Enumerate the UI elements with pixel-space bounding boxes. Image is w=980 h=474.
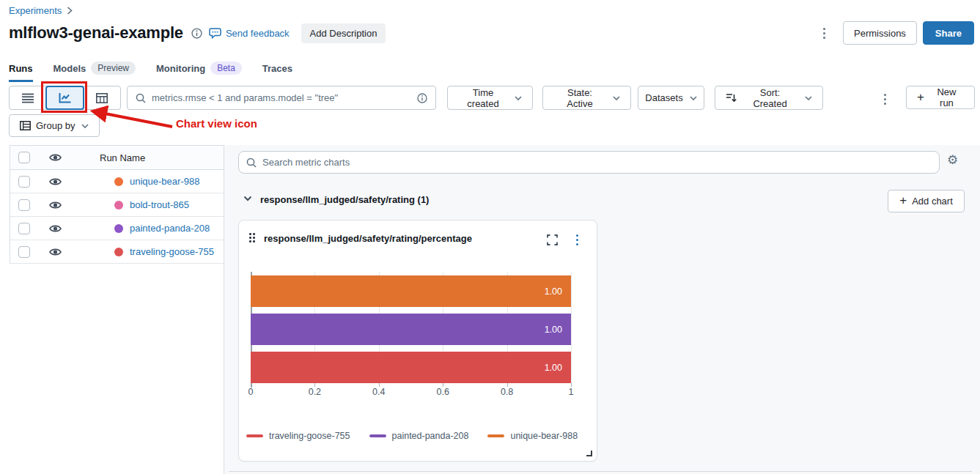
legend-item[interactable]: traveling-goose-755 (246, 431, 350, 441)
legend-swatch (369, 434, 386, 437)
row-checkbox[interactable] (18, 199, 30, 211)
legend-label: painted-panda-208 (392, 431, 469, 441)
section-collapse-chevron-icon[interactable] (243, 196, 252, 201)
bar-painted-panda-208: 1.00 (251, 314, 571, 345)
legend-item[interactable]: unique-bear-988 (487, 431, 578, 441)
metric-section-title: response/llm_judged/safety/rating (1) (260, 194, 429, 205)
bar-value-label: 1.00 (545, 363, 562, 373)
run-name-header: Run Name (73, 152, 224, 163)
run-color-dot (114, 248, 123, 256)
new-run-label: New run (929, 86, 964, 108)
metric-chart-card: response/llm_judged/safety/rating/percen… (238, 220, 597, 462)
title-row: mlflow3-genai-example Send feedback Add … (9, 21, 974, 45)
new-run-button[interactable]: + New run (906, 86, 975, 109)
chevron-down-icon (690, 96, 697, 100)
bar-value-label: 1.00 (545, 286, 562, 297)
select-all-checkbox[interactable] (18, 152, 30, 163)
eye-icon[interactable] (37, 224, 73, 233)
header-overflow-menu[interactable] (819, 25, 830, 42)
search-info-icon[interactable] (417, 93, 427, 103)
sort-selector[interactable]: Sort: Created (715, 86, 823, 110)
chart-view-button[interactable] (45, 86, 85, 110)
row-checkbox[interactable] (18, 246, 30, 258)
search-icon (136, 93, 146, 103)
x-tick-label: 0.2 (309, 387, 321, 397)
state-filter[interactable]: State: Active (542, 86, 631, 110)
send-feedback-link[interactable]: Send feedback (209, 28, 290, 39)
legend-swatch (487, 434, 504, 437)
expand-icon[interactable] (547, 234, 558, 245)
breadcrumb-experiments-link[interactable]: Experiments (9, 5, 62, 16)
bar-value-label: 1.00 (545, 325, 562, 335)
charts-panel: ⚙ response/llm_judged/safety/rating (1) … (224, 145, 980, 474)
row-checkbox[interactable] (18, 223, 30, 234)
chevron-down-icon (515, 96, 522, 100)
view-mode-switcher (9, 86, 121, 110)
datasets-filter[interactable]: Datasets (638, 86, 704, 110)
sort-label: Sort: Created (742, 87, 798, 109)
run-link[interactable]: traveling-goose-755 (130, 246, 214, 257)
sort-icon (726, 93, 737, 103)
run-link[interactable]: bold-trout-865 (130, 199, 189, 210)
gridline (571, 272, 572, 383)
runs-search-input[interactable] (152, 92, 411, 103)
x-tick-label: 0.8 (501, 387, 513, 397)
plus-icon: + (917, 91, 924, 103)
section-divider (229, 471, 972, 472)
legend-label: traveling-goose-755 (269, 431, 350, 441)
metric-charts-search-input[interactable] (262, 157, 932, 168)
tab-runs-label: Runs (9, 63, 33, 74)
metric-charts-search (238, 151, 940, 174)
permissions-button[interactable]: Permissions (843, 21, 917, 45)
table-row: bold-trout-865 (10, 193, 224, 217)
runs-table: Run Name unique-bear-988 bold-trout-865 … (10, 145, 224, 264)
state-filter-label: State: Active (553, 87, 606, 109)
add-chart-button[interactable]: + Add chart (888, 190, 965, 212)
runs-table-header: Run Name (10, 146, 224, 170)
run-color-dot (114, 177, 123, 186)
tab-monitoring[interactable]: Monitoring Beta (156, 62, 242, 83)
legend-swatch (246, 434, 263, 437)
tab-traces[interactable]: Traces (262, 63, 292, 82)
eye-icon[interactable] (37, 248, 73, 256)
table-view-button[interactable] (84, 86, 120, 109)
tab-monitoring-label: Monitoring (156, 63, 205, 74)
datasets-filter-label: Datasets (645, 92, 682, 103)
card-resize-handle[interactable] (586, 451, 592, 456)
chevron-down-icon (81, 124, 89, 128)
list-view-button[interactable] (10, 86, 46, 109)
eye-icon[interactable] (37, 177, 73, 186)
run-color-dot (114, 201, 123, 210)
chart-legend: traveling-goose-755 painted-panda-208 un… (246, 431, 578, 441)
gear-icon[interactable]: ⚙ (947, 152, 958, 168)
x-tick-label: 0.6 (436, 387, 449, 397)
tab-runs[interactable]: Runs (9, 63, 33, 82)
preview-badge: Preview (91, 62, 136, 75)
run-link[interactable]: unique-bear-988 (130, 176, 199, 187)
page-title: mlflow3-genai-example (9, 23, 183, 42)
tab-models-label: Models (54, 63, 86, 74)
search-icon (246, 158, 257, 168)
drag-handle-icon[interactable] (249, 233, 255, 242)
eye-icon[interactable] (37, 201, 73, 210)
x-tick-label: 0 (248, 387, 254, 397)
run-link[interactable]: painted-panda-208 (130, 223, 210, 234)
row-checkbox[interactable] (18, 176, 30, 188)
tab-bar: Runs Models Preview Monitoring Beta Trac… (9, 62, 292, 83)
info-icon[interactable] (191, 28, 202, 39)
tab-traces-label: Traces (262, 63, 292, 74)
time-created-filter[interactable]: Time created (447, 86, 533, 110)
breadcrumb: Experiments (9, 5, 73, 16)
share-button[interactable]: Share (923, 21, 974, 45)
legend-item[interactable]: painted-panda-208 (369, 431, 469, 441)
table-row: painted-panda-208 (10, 217, 224, 240)
chart-options-menu[interactable] (572, 232, 583, 248)
group-by-label: Group by (36, 120, 75, 131)
run-color-dot (114, 224, 123, 233)
tab-models[interactable]: Models Preview (54, 62, 136, 83)
annotation-label: Chart view icon (176, 117, 257, 130)
toolbar-overflow-menu[interactable] (880, 91, 891, 108)
add-description-button[interactable]: Add Description (301, 23, 386, 43)
group-by-button[interactable]: Group by (9, 114, 100, 137)
visibility-column-eye-icon[interactable] (37, 153, 73, 162)
